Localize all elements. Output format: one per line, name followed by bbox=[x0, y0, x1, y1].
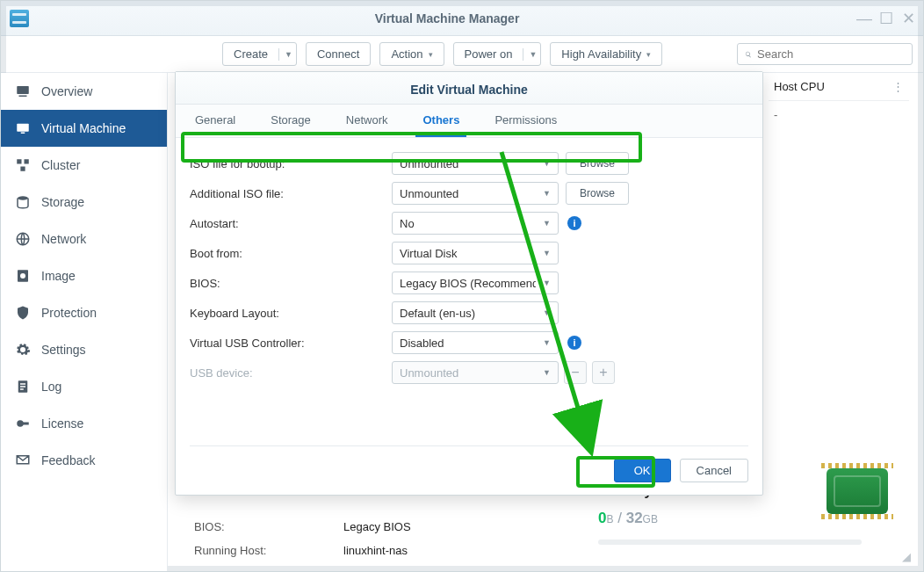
dialog-footer: OK Cancel bbox=[176, 446, 762, 495]
titlebar: Virtual Machine Manager — ☐ ✕ bbox=[1, 1, 923, 36]
sidebar-item-network[interactable]: Network bbox=[1, 221, 167, 257]
info-icon[interactable]: i bbox=[567, 216, 581, 230]
network-icon bbox=[15, 231, 31, 247]
feedback-icon bbox=[15, 453, 31, 468]
bios-value: Legacy BIOS bbox=[343, 520, 411, 533]
host-cpu-column: Host CPU⋮ - bbox=[769, 73, 909, 128]
close-icon[interactable]: ✕ bbox=[902, 12, 914, 25]
tab-network[interactable]: Network bbox=[339, 105, 395, 137]
sidebar-item-license[interactable]: License bbox=[1, 405, 167, 442]
chevron-down-icon: ▼ bbox=[543, 338, 551, 347]
iso-bootup-browse-button[interactable]: Browse bbox=[566, 152, 629, 175]
boot-from-label: Boot from: bbox=[190, 247, 392, 260]
dialog-body: ISO file for bootup: Unmounted▼ Browse A… bbox=[176, 138, 762, 445]
svg-rect-0 bbox=[17, 86, 29, 94]
svg-rect-1 bbox=[19, 96, 27, 98]
chevron-down-icon: ▾ bbox=[429, 50, 433, 59]
ok-button[interactable]: OK bbox=[614, 459, 671, 482]
chevron-down-icon: ▼ bbox=[543, 159, 551, 168]
sidebar-item-cluster[interactable]: Cluster bbox=[1, 147, 167, 184]
chevron-down-icon: ▼ bbox=[543, 249, 551, 257]
svg-rect-5 bbox=[25, 159, 29, 163]
table-row[interactable]: - bbox=[769, 101, 909, 128]
additional-iso-label: Additional ISO file: bbox=[190, 187, 392, 200]
minimize-icon[interactable]: — bbox=[856, 12, 869, 25]
gear-icon bbox=[15, 342, 31, 358]
autostart-select[interactable]: No▼ bbox=[392, 212, 559, 235]
protection-icon bbox=[15, 305, 31, 321]
keyboard-layout-select[interactable]: Default (en-us)▼ bbox=[392, 301, 559, 324]
ha-button[interactable]: High Availability ▾ bbox=[550, 42, 662, 66]
boot-from-select[interactable]: Virtual Disk▼ bbox=[392, 242, 559, 264]
image-icon bbox=[15, 268, 31, 284]
sidebar-item-log[interactable]: Log bbox=[1, 368, 167, 405]
tab-permissions[interactable]: Permissions bbox=[487, 105, 564, 137]
usb-device-label: USB device: bbox=[190, 366, 392, 380]
svg-rect-2 bbox=[17, 124, 29, 132]
tab-storage[interactable]: Storage bbox=[263, 105, 318, 137]
bios-label: BIOS: bbox=[194, 520, 343, 533]
svg-rect-6 bbox=[20, 167, 25, 171]
license-icon bbox=[15, 416, 31, 431]
column-menu-icon[interactable]: ⋮ bbox=[892, 80, 904, 93]
info-icon[interactable]: i bbox=[567, 336, 581, 350]
power-button[interactable]: Power on▼ bbox=[453, 42, 542, 66]
iso-bootup-label: ISO file for bootup: bbox=[190, 157, 392, 170]
sidebar-item-protection[interactable]: Protection bbox=[1, 294, 167, 331]
svg-rect-14 bbox=[20, 388, 24, 390]
chevron-down-icon: ▼ bbox=[543, 219, 551, 228]
toolbar: Create▼ Connect Action ▾ Power on▼ High … bbox=[1, 36, 923, 73]
connect-button[interactable]: Connect bbox=[306, 42, 371, 66]
create-button[interactable]: Create▼ bbox=[222, 42, 297, 66]
usb-controller-select[interactable]: Disabled▼ bbox=[392, 331, 559, 354]
sidebar-item-settings[interactable]: Settings bbox=[1, 331, 167, 368]
svg-point-10 bbox=[20, 273, 25, 279]
bios-select-label: BIOS: bbox=[190, 277, 392, 290]
storage-icon bbox=[15, 194, 31, 210]
svg-rect-13 bbox=[20, 386, 25, 387]
keyboard-layout-label: Keyboard Layout: bbox=[190, 307, 392, 320]
additional-iso-browse-button[interactable]: Browse bbox=[566, 182, 629, 205]
app-window: Virtual Machine Manager — ☐ ✕ Create▼ Co… bbox=[0, 0, 924, 572]
sidebar-item-storage[interactable]: Storage bbox=[1, 184, 167, 221]
chevron-down-icon: ▾ bbox=[646, 50, 651, 59]
running-host-label: Running Host: bbox=[194, 544, 343, 557]
search-icon bbox=[745, 48, 752, 61]
svg-rect-16 bbox=[23, 423, 29, 425]
usb-add-button: + bbox=[592, 361, 615, 384]
tab-general[interactable]: General bbox=[188, 105, 242, 137]
sidebar-item-feedback[interactable]: Feedback bbox=[1, 442, 167, 479]
sidebar-item-virtual-machine[interactable]: Virtual Machine bbox=[1, 110, 167, 147]
sidebar-item-overview[interactable]: Overview bbox=[1, 73, 167, 110]
chevron-down-icon: ▼ bbox=[285, 50, 292, 59]
column-header[interactable]: Host CPU bbox=[774, 80, 825, 93]
svg-point-7 bbox=[18, 196, 28, 200]
svg-rect-12 bbox=[20, 383, 25, 385]
iso-bootup-select[interactable]: Unmounted▼ bbox=[392, 152, 559, 175]
resize-handle-icon[interactable]: ◢ bbox=[902, 550, 914, 562]
svg-rect-3 bbox=[21, 133, 25, 134]
sidebar-item-image[interactable]: Image bbox=[1, 257, 167, 294]
additional-iso-select[interactable]: Unmounted▼ bbox=[392, 182, 559, 205]
log-icon bbox=[15, 379, 31, 395]
action-button[interactable]: Action ▾ bbox=[379, 42, 444, 66]
running-host-value: linuxhint-nas bbox=[343, 544, 408, 557]
chevron-down-icon: ▼ bbox=[543, 368, 551, 377]
cancel-button[interactable]: Cancel bbox=[680, 459, 748, 482]
dialog-title: Edit Virtual Machine bbox=[176, 72, 762, 105]
bios-select[interactable]: Legacy BIOS (Recommend▼ bbox=[392, 272, 559, 294]
tab-others[interactable]: Others bbox=[415, 105, 466, 137]
vm-icon bbox=[15, 120, 31, 136]
chevron-down-icon: ▼ bbox=[543, 189, 551, 198]
memory-bar bbox=[598, 539, 862, 545]
maximize-icon[interactable]: ☐ bbox=[879, 12, 892, 25]
usb-device-select: Unmounted▼ bbox=[392, 361, 559, 384]
search-input[interactable] bbox=[737, 43, 913, 65]
autostart-label: Autostart: bbox=[190, 217, 392, 230]
app-icon bbox=[10, 10, 29, 27]
chip-graphic bbox=[827, 468, 888, 514]
svg-rect-4 bbox=[17, 159, 21, 163]
usb-controller-label: Virtual USB Controller: bbox=[190, 337, 392, 350]
search-field[interactable] bbox=[757, 47, 905, 61]
chevron-down-icon: ▼ bbox=[543, 308, 551, 317]
